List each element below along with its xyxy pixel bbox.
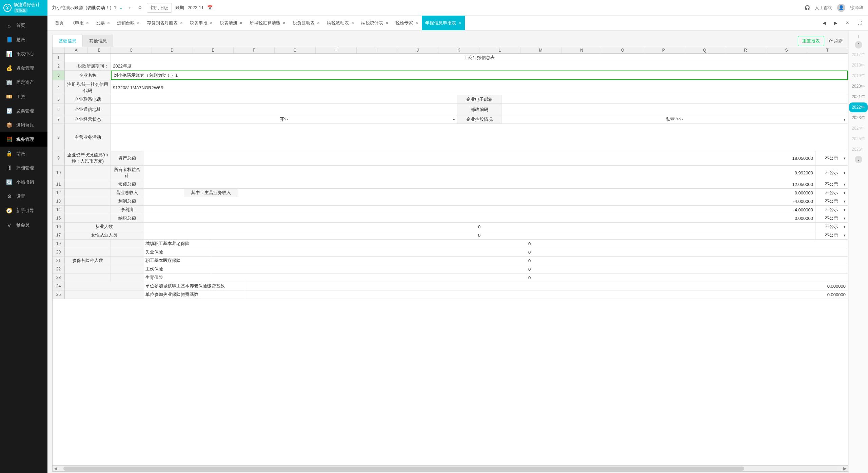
nav-item-11[interactable]: 🔄小畅报销 (0, 175, 47, 189)
old-version-button[interactable]: 切到旧版 (147, 3, 172, 13)
sheet-body[interactable]: 1工商年报信息表2税款所属期间：2022年度3企业名称刘小艳演示账套（勿删勿动！… (53, 54, 848, 465)
tab-9[interactable]: 纳税波动表✕ (323, 16, 358, 30)
close-icon[interactable]: ✕ (458, 21, 461, 25)
row-header[interactable]: 4 (53, 80, 65, 95)
tab-0[interactable]: 首页 (52, 16, 67, 30)
main-biz-input[interactable] (111, 124, 848, 151)
tab-4[interactable]: 存货别名对照表✕ (143, 16, 186, 30)
close-icon[interactable]: ✕ (282, 21, 286, 25)
col-header[interactable]: O (602, 47, 643, 53)
nav-item-0[interactable]: ⌂首页 (0, 18, 47, 33)
publicity-select[interactable]: 不公示 (815, 214, 848, 222)
row-header[interactable]: 20 (53, 248, 65, 256)
row-header[interactable]: 25 (53, 290, 65, 299)
status-select[interactable]: 开业 (111, 115, 457, 124)
employees-value[interactable]: 0 (143, 223, 815, 231)
row-header[interactable]: 7 (53, 115, 65, 124)
row-header[interactable]: 1 (53, 54, 65, 62)
publicity-select[interactable]: 不公示 (815, 180, 848, 188)
tab-12[interactable]: 年报信息申报表✕ (422, 16, 465, 30)
account-selector[interactable]: 刘小艳演示账套（勿删勿动！）1 ⌄ (52, 5, 123, 11)
tab-5[interactable]: 税务申报✕ (186, 16, 216, 30)
holding-select[interactable]: 私营企业 (501, 115, 848, 124)
publicity-select[interactable]: 不公示 (815, 189, 848, 197)
collapse-handle-icon[interactable]: ⟨ (856, 33, 861, 40)
ins-value[interactable]: 0 (211, 240, 848, 248)
year-item[interactable]: 2022年 (849, 102, 868, 112)
fin-value[interactable]: -4.000000 (143, 197, 815, 205)
base1-value[interactable]: 0.000000 (245, 282, 848, 290)
close-icon[interactable]: ✕ (86, 21, 89, 25)
address-input[interactable] (111, 104, 457, 115)
col-header[interactable]: T (807, 47, 848, 53)
fullscreen-icon[interactable]: ⛶ (855, 19, 864, 27)
base2-value[interactable]: 0.000000 (245, 290, 848, 299)
nav-item-3[interactable]: 💰资金管理 (0, 61, 47, 75)
row-header[interactable]: 19 (53, 240, 65, 248)
col-header[interactable]: C (111, 47, 152, 53)
col-header[interactable]: G (275, 47, 316, 53)
row-header[interactable]: 9 (53, 151, 65, 165)
tab-prev-icon[interactable]: ◀ (821, 19, 828, 27)
nav-item-4[interactable]: 🏢固定资产 (0, 75, 47, 90)
close-icon[interactable]: ✕ (210, 21, 213, 25)
avatar[interactable]: 👤 (837, 4, 845, 12)
row-header[interactable]: 2 (53, 62, 65, 70)
gear-icon[interactable]: ⚙ (137, 4, 143, 12)
row-header[interactable]: 8 (53, 124, 65, 151)
sub-tab-1[interactable]: 其他信息 (83, 35, 113, 47)
col-header[interactable]: M (520, 47, 561, 53)
year-up-icon[interactable]: ⌃ (855, 41, 862, 49)
row-header[interactable]: 22 (53, 265, 65, 273)
col-header[interactable]: Q (684, 47, 725, 53)
close-icon[interactable]: ✕ (385, 21, 389, 25)
col-header[interactable]: H (316, 47, 357, 53)
close-icon[interactable]: ✕ (351, 21, 354, 25)
row-header[interactable]: 17 (53, 231, 65, 239)
tab-1[interactable]: 《申报✕ (67, 16, 93, 30)
year-item[interactable]: 2020年 (849, 81, 868, 91)
sub-tab-0[interactable]: 基础信息 (52, 35, 83, 47)
tab-7[interactable]: 所得税汇算清缴✕ (246, 16, 289, 30)
col-header[interactable]: R (725, 47, 766, 53)
nav-item-5[interactable]: 💴工资 (0, 90, 47, 104)
col-header[interactable]: I (357, 47, 398, 53)
close-icon[interactable]: ✕ (137, 21, 140, 25)
row-header[interactable]: 12 (53, 189, 65, 197)
fin-value[interactable]: 12.050000 (143, 180, 815, 188)
tab-11[interactable]: 税检专家✕ (392, 16, 422, 30)
nav-item-12[interactable]: ⚙设置 (0, 189, 47, 204)
row-header[interactable]: 14 (53, 206, 65, 214)
col-header[interactable]: N (561, 47, 603, 53)
row-header[interactable]: 15 (53, 214, 65, 222)
year-item[interactable]: 2023年 (849, 113, 868, 123)
period-value[interactable]: 2023-11 (188, 5, 204, 10)
nav-item-1[interactable]: 📘总账 (0, 33, 47, 47)
tab-2[interactable]: 发票✕ (93, 16, 114, 30)
nav-item-8[interactable]: 🧮税务管理 (0, 132, 47, 147)
tab-close-all-icon[interactable]: ✕ (844, 19, 851, 27)
add-icon[interactable]: ＋ (126, 3, 133, 12)
row-header[interactable]: 5 (53, 95, 65, 103)
tab-10[interactable]: 纳税统计表✕ (358, 16, 392, 30)
email-input[interactable] (501, 95, 848, 103)
phone-input[interactable] (111, 95, 457, 103)
calendar-icon[interactable]: 📅 (207, 5, 213, 10)
year-down-icon[interactable]: ⌄ (855, 156, 862, 163)
fin-value[interactable]: 0.000000 (143, 214, 815, 222)
ins-value[interactable]: 0 (211, 257, 848, 265)
nav-item-7[interactable]: 📦进销台账 (0, 118, 47, 132)
col-header[interactable]: A (65, 47, 88, 53)
col-header[interactable]: L (479, 47, 520, 53)
row-header[interactable]: 3 (53, 71, 65, 80)
col-header[interactable]: S (766, 47, 807, 53)
row-header[interactable]: 23 (53, 273, 65, 282)
close-icon[interactable]: ✕ (317, 21, 320, 25)
reset-report-button[interactable]: 重置报表 (798, 36, 824, 46)
company-name-input[interactable]: 刘小艳演示账套（勿删勿动！）1 (111, 71, 848, 80)
fin-value[interactable]: 9.992000 (143, 166, 815, 180)
close-icon[interactable]: ✕ (415, 21, 418, 25)
nav-item-14[interactable]: V畅会员 (0, 218, 47, 232)
horizontal-scrollbar[interactable]: ◀ ▶ (53, 465, 848, 471)
fin-value[interactable]: 0.000000 (238, 189, 815, 197)
